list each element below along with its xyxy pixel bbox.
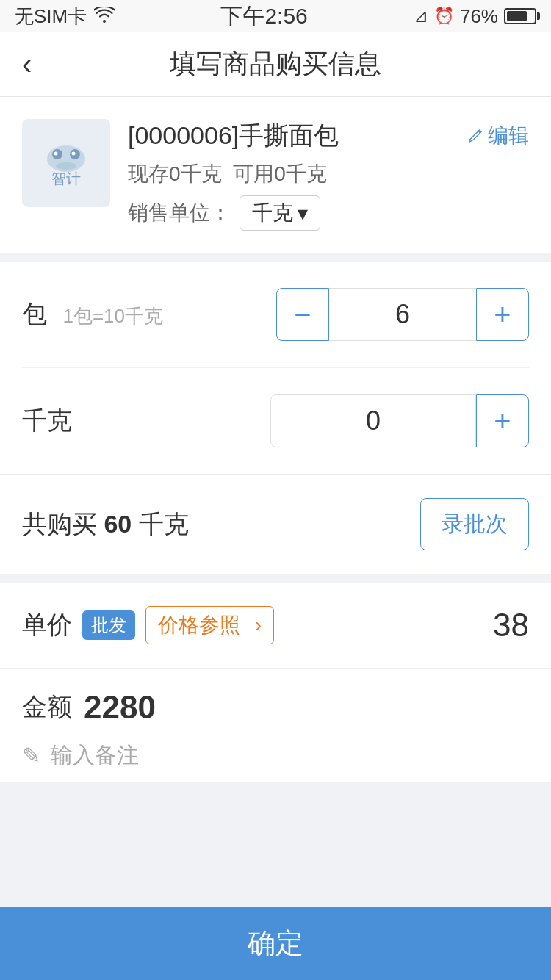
wifi-icon [94, 5, 115, 28]
remark-label: 输入备注 [51, 741, 139, 771]
carrier-label: 无SIM卡 [15, 4, 87, 29]
increment-bag-button[interactable]: + [476, 288, 529, 341]
qty-row-kg: 千克 + [22, 368, 529, 474]
batch-button[interactable]: 录批次 [420, 498, 529, 550]
product-stock: 现存0千克 可用0千克 [128, 160, 529, 188]
status-left: 无SIM卡 [15, 4, 115, 29]
back-button[interactable]: ‹ [22, 48, 32, 81]
price-value: 38 [493, 607, 529, 644]
qty-section: 包 1包=10千克 − + 千克 + [0, 262, 551, 475]
increment-kg-button[interactable]: + [476, 394, 529, 447]
nav-bar: ‹ 填写商品购买信息 [0, 32, 551, 97]
qty-control-bag: − + [276, 288, 529, 341]
amount-row: 金额 2280 [22, 689, 529, 726]
status-right: ⊿ ⏰ 76% [414, 5, 536, 28]
chevron-down-icon: ▾ [298, 201, 308, 226]
amount-label: 金额 [22, 691, 72, 724]
page-title: 填写商品购买信息 [170, 46, 381, 82]
qty-row-bag: 包 1包=10千克 − + [22, 262, 529, 368]
product-name: [0000006]手撕面包 [128, 119, 339, 153]
qty-label-bag: 包 1包=10千克 [22, 298, 163, 331]
confirm-button[interactable]: 确定 [0, 907, 551, 980]
amount-value: 2280 [84, 689, 156, 726]
decrement-bag-button[interactable]: − [276, 288, 329, 341]
total-text: 共购买 60 千克 [22, 508, 189, 541]
price-left: 单价 批发 价格参照 › [22, 606, 274, 644]
status-time: 下午2:56 [220, 1, 307, 32]
edit-button[interactable]: 编辑 [467, 122, 529, 150]
qty-label-kg: 千克 [22, 404, 72, 438]
product-unit-row: 销售单位： 千克 ▾ [128, 195, 529, 231]
qty-input-kg[interactable] [270, 394, 476, 447]
price-ref-button[interactable]: 价格参照 › [145, 606, 274, 644]
price-label: 单价 [22, 608, 72, 642]
price-section: 单价 批发 价格参照 › 38 [0, 583, 551, 669]
battery-percent: 76% [460, 5, 498, 28]
product-thumbnail: 智计 [22, 119, 110, 207]
price-badge: 批发 [82, 610, 135, 640]
qty-control-kg: + [270, 394, 529, 447]
product-section: 智计 [0000006]手撕面包 编辑 现存0千克 可用0千克 销售单位： 千克 [0, 97, 551, 262]
qty-input-bag[interactable] [329, 288, 476, 341]
status-bar: 无SIM卡 下午2:56 ⊿ ⏰ 76% [0, 0, 551, 32]
svg-point-4 [72, 151, 76, 155]
battery-icon [504, 8, 536, 24]
product-info: [0000006]手撕面包 编辑 现存0千克 可用0千克 销售单位： 千克 ▾ [128, 119, 529, 231]
location-icon: ⊿ [414, 6, 428, 26]
remark-icon: ✎ [22, 743, 40, 768]
thumb-label: 智计 [51, 169, 81, 189]
alarm-icon: ⏰ [434, 7, 454, 26]
total-section: 共购买 60 千克 录批次 [0, 475, 551, 583]
amount-section: 金额 2280 ✎ 输入备注 [0, 669, 551, 782]
product-thumb-icon: 智计 [44, 138, 88, 189]
unit-selector[interactable]: 千克 ▾ [240, 195, 320, 231]
svg-point-3 [54, 151, 58, 155]
remark-row[interactable]: ✎ 输入备注 [22, 741, 529, 771]
